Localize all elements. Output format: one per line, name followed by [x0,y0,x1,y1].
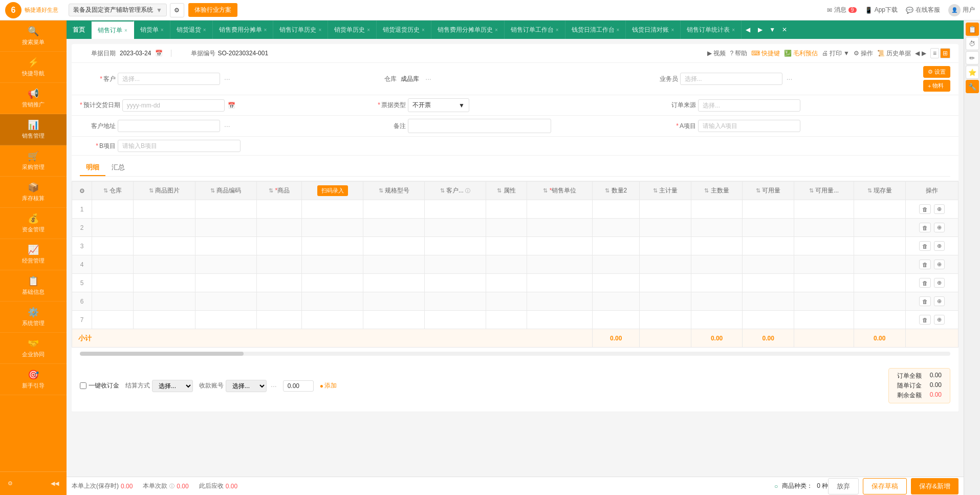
user-menu[interactable]: 👤 用户 [948,4,975,16]
tab-detail[interactable]: 明细 [80,160,105,176]
row-7-delete-btn[interactable]: 🗑 [919,315,931,325]
tab-sales-refund-history-close[interactable]: × [422,27,425,33]
add-payment-btn[interactable]: ● 添加 [320,381,337,390]
row-1-attribute[interactable] [486,200,527,219]
view-grid-btn[interactable]: ⊞ [940,48,950,58]
delivery-input[interactable] [122,99,225,112]
row-1-unit[interactable] [527,200,593,219]
sidebar-item-inventory[interactable]: 📦 库存核算 [0,177,67,208]
row-5-delete-btn[interactable]: 🗑 [919,278,931,288]
row-6-copy-btn[interactable]: ⊕ [934,296,945,306]
solution-button[interactable]: 体验行业方案 [188,3,237,17]
tab-home[interactable]: 首页 [67,20,92,39]
tab-sales-fee-history-close[interactable]: × [495,27,498,33]
order-source-input[interactable] [698,99,800,112]
sidebar-item-marketing[interactable]: 📢 营销推广 [0,83,67,114]
tab-sales-order-history[interactable]: 销售订单历史 × [273,20,328,39]
one-click-check[interactable] [80,382,86,389]
table-scrollbar[interactable] [72,348,959,360]
tab-daily-reconcile-close[interactable]: × [671,27,674,33]
discard-button[interactable]: 放弃 [828,478,859,494]
payment-amount-input[interactable] [283,380,314,392]
address-more-icon[interactable]: ··· [224,122,230,130]
sidebar-item-sales[interactable]: 📊 销售管理 [0,114,67,145]
tab-daily-clear[interactable]: 钱货日清工作台 × [565,20,626,39]
right-panel-btn-3[interactable]: ✏ [966,51,979,64]
col-settings[interactable]: ⚙ [72,182,92,200]
tab-sales-refund-close[interactable]: × [203,27,206,33]
video-btn[interactable]: ▶ 视频 [707,49,726,58]
row-1-code[interactable] [195,200,256,219]
row-3-delete-btn[interactable]: 🗑 [919,241,931,251]
sidebar-item-system[interactable]: ⚙️ 系统管理 [0,302,67,333]
tab-sales-refund-history[interactable]: 销货退货历史 × [377,20,431,39]
row-1-product[interactable] [256,200,302,219]
sidebar-item-search[interactable]: 🔍 搜索菜单 [0,20,67,52]
tab-sales-order-close[interactable]: × [124,28,127,33]
scan-button[interactable]: 扫码录入 [317,185,348,196]
row-1-spec[interactable] [363,200,425,219]
tab-daily-reconcile[interactable]: 钱货日清对账 × [626,20,681,39]
help-btn[interactable]: ? 帮助 [730,49,747,58]
app-download-button[interactable]: 📱 App下载 [865,6,898,14]
tab-sales-stats-close[interactable]: × [732,27,735,33]
save-draft-button[interactable]: 保存草稿 [863,478,907,494]
row-2-delete-btn[interactable]: 🗑 [919,223,931,232]
tab-sales-fee-split-close[interactable]: × [264,27,267,33]
row-1-warehouse[interactable] [92,200,134,219]
staff-more-icon[interactable]: ··· [787,75,793,83]
sidebar-settings-btn[interactable]: ⚙ [5,476,15,491]
tab-sales-fee-split[interactable]: 销售费用分摊单 × [213,20,274,39]
tab-sales-order-history-close[interactable]: × [318,27,321,33]
row-1-delete-btn[interactable]: 🗑 [919,204,931,214]
tab-sales-refund[interactable]: 销货退货 × [170,20,213,39]
b-project-input[interactable] [118,140,241,152]
row-5-copy-btn[interactable]: ⊕ [934,278,945,288]
right-panel-btn-4[interactable]: ⭐ [966,66,979,79]
tab-menu-btn[interactable]: ▼ [766,20,778,39]
tab-sales-return-history-close[interactable]: × [367,27,370,33]
nav-prev-btn[interactable]: ◀ [915,50,920,57]
view-list-btn[interactable]: ≡ [930,48,939,58]
row-4-copy-btn[interactable]: ⊕ [934,260,945,269]
a-project-input[interactable] [698,120,800,132]
staff-input[interactable] [680,73,782,85]
tab-next-btn[interactable]: ▶ [754,20,766,39]
tab-sales-workbench[interactable]: 销售订单工作台 × [505,20,565,39]
delivery-calendar-icon[interactable]: 📅 [228,102,235,109]
right-panel-btn-2[interactable]: ⏱ [966,37,979,50]
profit-btn[interactable]: 💹 毛利预估 [784,49,818,58]
row-1-copy-btn[interactable]: ⊕ [934,204,945,214]
tab-sales-return-close[interactable]: × [161,27,164,33]
invoice-select[interactable]: 不开票 ▼ [408,98,469,112]
nav-next-btn[interactable]: ▶ [922,50,926,57]
address-input[interactable] [118,120,220,132]
save-new-button[interactable]: 保存&新增 [911,478,959,494]
history-btn[interactable]: 📜 历史单据 [877,49,911,58]
row-7-copy-btn[interactable]: ⊕ [934,315,945,325]
tab-summary[interactable]: 汇总 [105,160,131,176]
sidebar-item-enterprise[interactable]: 🤝 企业协同 [0,333,67,364]
system-selector[interactable]: 装备及固定资产辅助管理系统 ▼ [69,4,167,16]
tab-sales-order[interactable]: 销售订单 × [92,20,134,39]
tab-close-all-btn[interactable]: ✕ [778,20,791,39]
tab-daily-clear-close[interactable]: × [617,27,620,33]
calendar-icon[interactable]: 📅 [155,50,163,57]
operation-btn[interactable]: ⚙ 操作 [854,49,873,58]
add-material-btn[interactable]: + 物料 [923,80,950,92]
row-6-delete-btn[interactable]: 🗑 [919,296,931,306]
right-panel-btn-1[interactable]: 📋 [966,23,979,36]
settings-button[interactable]: ⚙ [170,3,184,17]
tab-sales-stats[interactable]: 销售订单统计表 × [681,20,742,39]
online-service-button[interactable]: 💬 在线客服 [906,6,940,14]
row-2-copy-btn[interactable]: ⊕ [934,223,945,232]
row-4-delete-btn[interactable]: 🗑 [919,260,931,269]
settlement-select[interactable]: 选择... [152,380,193,392]
tab-sales-workbench-close[interactable]: × [556,27,559,33]
message-button[interactable]: ✉ 消息 9 [827,6,857,14]
row-1-main-qty[interactable] [691,200,743,219]
sidebar-item-quicknav[interactable]: ⚡ 快捷导航 [0,52,67,83]
sidebar-item-purchase[interactable]: 🛒 采购管理 [0,145,67,177]
tab-sales-return-history[interactable]: 销货单历史 × [328,20,377,39]
account-select[interactable]: 选择... [226,380,267,392]
